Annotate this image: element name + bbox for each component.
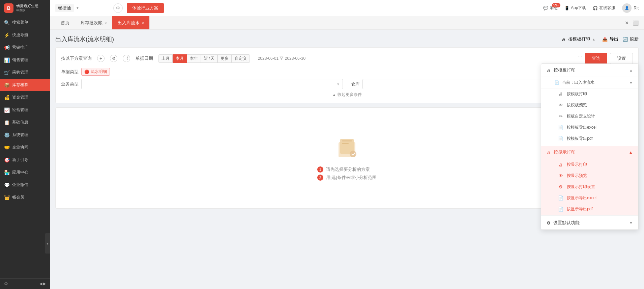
- dropdown-arrow-icon: ▲: [592, 37, 595, 41]
- tab-inventory-flow[interactable]: 出入库流水×: [112, 16, 149, 29]
- collapse-conditions-button[interactable]: ▲ 收起更多条件: [332, 92, 362, 98]
- sidebar-item-system[interactable]: ⚙️ 系统管理: [0, 129, 50, 141]
- current-chevron: ▼: [629, 81, 633, 85]
- sidebar-item-search-menu[interactable]: 🔍 搜索菜单: [0, 16, 50, 29]
- display-print-label: 按显示打印: [567, 162, 587, 167]
- filter-business-type: 业务类型 ▼: [61, 79, 343, 89]
- topbar-app-download-btn[interactable]: 📱 App下载: [564, 5, 586, 11]
- topbar-service-btn[interactable]: 🎧 在线客服: [593, 5, 615, 11]
- sidebar-item-beginner[interactable]: 🎯 新手引导: [0, 154, 50, 166]
- template-excel-label: 按模板导出excel: [567, 125, 596, 130]
- dropdown-item-display-pdf[interactable]: 📄 按显示导出pdf: [541, 204, 638, 215]
- sidebar-item-inventory[interactable]: 📦 库存核算: [0, 79, 50, 91]
- topbar-gear-icon[interactable]: ⚙: [113, 3, 123, 13]
- tab-inventory-batch[interactable]: 库存批次账×: [75, 16, 112, 29]
- export-label: 导出: [610, 36, 618, 42]
- sidebar-item-finance[interactable]: 💰 资金管理: [0, 91, 50, 104]
- dropdown-display-print-header[interactable]: 🖨 按显示打印 ▲: [541, 146, 638, 159]
- display-print-chevron: ▲: [628, 150, 633, 155]
- date-filter-btn-本月[interactable]: 本月: [173, 54, 187, 63]
- dropdown-item-template-pdf[interactable]: 📄 按模板导出pdf: [541, 133, 638, 144]
- dropdown-item-template-excel[interactable]: 📄 按模板导出excel: [541, 122, 638, 133]
- sidebar-icon-finance: 💰: [4, 95, 9, 100]
- sidebar-label-search-menu: 搜索菜单: [12, 20, 28, 25]
- topbar-dropdown-icon[interactable]: ▼: [76, 6, 79, 10]
- refresh-action[interactable]: 🔄 刷新: [622, 36, 639, 42]
- current-icon: 📄: [555, 80, 559, 85]
- industry-solution-button[interactable]: 体验行业方案: [127, 3, 164, 13]
- search-action-right: ··· 查询 设置: [578, 53, 633, 64]
- display-preview-label: 按显示预览: [567, 173, 587, 179]
- sidebar-label-appstore: 应用中心: [12, 169, 28, 175]
- add-condition-button[interactable]: +: [97, 55, 105, 62]
- empty-step-1: 1 请先选择要分析的方案: [317, 166, 377, 173]
- dropdown-item-display-excel[interactable]: 📄 按显示导出excel: [541, 192, 638, 204]
- sidebar-item-wechat[interactable]: 💬 企业微信: [0, 179, 50, 191]
- sidebar-item-operation[interactable]: 📈 经营管理: [0, 104, 50, 116]
- default-settings-label: 设置默认功能: [553, 220, 580, 226]
- sidebar-item-basic[interactable]: 📋 基础信息: [0, 116, 50, 129]
- dropdown-header[interactable]: 🖨 按模板打印 ▲: [541, 64, 638, 77]
- dropdown-default-settings-header[interactable]: ⚙ 设置默认功能 ▼: [541, 216, 638, 230]
- topbar-message-btn[interactable]: 💬 消息 99+: [543, 5, 558, 11]
- business-type-input[interactable]: ▼: [81, 79, 343, 89]
- sidebar-label-inventory: 库存核算: [12, 82, 28, 88]
- topbar-brand: 畅捷通 ▼: [55, 4, 109, 12]
- logo-text-line2: 标准版: [16, 8, 38, 12]
- tab-home[interactable]: 首页: [55, 16, 75, 29]
- sidebar-icon-operation: 📈: [4, 107, 9, 113]
- sidebar-icon-cooperation: 🤝: [4, 145, 9, 150]
- svg-point-4: [350, 151, 356, 157]
- date-filter-btn-上月[interactable]: 上月: [158, 54, 173, 63]
- search-collapse-button[interactable]: 《: [123, 55, 130, 62]
- sidebar-scroll-down[interactable]: ▼: [45, 233, 50, 254]
- sidebar-item-quick-nav[interactable]: ⚡ 快捷导航: [0, 29, 50, 41]
- date-filter-btn-更多[interactable]: 更多: [217, 54, 232, 63]
- user-avatar: 👤: [622, 3, 632, 13]
- query-button[interactable]: 查询: [585, 53, 607, 64]
- dropdown-item-template-preview[interactable]: 👁 按模板预览: [541, 100, 638, 111]
- date-filter-btn-本年[interactable]: 本年: [187, 54, 201, 63]
- app-download-label: App下载: [571, 5, 586, 11]
- sidebar-icon-search-menu: 🔍: [4, 20, 9, 25]
- sidebar-item-vip[interactable]: 👑 畅会员: [0, 191, 50, 204]
- dropdown-current-row[interactable]: 📄 当前：出入库流水 ▼: [541, 77, 638, 88]
- collapse-sidebar-icon[interactable]: ◀ ▶: [39, 282, 46, 286]
- filter-tag-value: 🔴 流水明细: [81, 68, 110, 76]
- template-preview-icon: 👁: [558, 103, 563, 108]
- action-dots[interactable]: ···: [578, 53, 582, 64]
- tab-close-inventory-flow[interactable]: ×: [142, 21, 144, 25]
- voucher-type-label: 单据类型: [61, 69, 79, 75]
- page-title: 出入库流水(流水明细): [55, 35, 114, 43]
- topbar-user[interactable]: 👤 Rit: [622, 3, 639, 13]
- tab-label-inventory-batch: 库存批次账: [81, 20, 103, 26]
- close-tab-button[interactable]: ✕: [624, 20, 630, 26]
- sidebar-label-purchase: 采购管理: [12, 70, 28, 75]
- sidebar-item-cooperation[interactable]: 🤝 企业协同: [0, 141, 50, 154]
- sidebar-item-purchase[interactable]: 🛒 采购管理: [0, 66, 50, 79]
- default-settings-chevron: ▼: [629, 221, 633, 225]
- sidebar-item-appstore[interactable]: 🏪 应用中心: [0, 166, 50, 179]
- template-excel-icon: 📄: [558, 125, 563, 130]
- date-filter-btn-近7天[interactable]: 近7天: [201, 54, 217, 63]
- search-settings-button[interactable]: ⚙: [110, 55, 117, 62]
- sidebar-item-marketing[interactable]: 📢 营销推广: [0, 41, 50, 54]
- template-print-action[interactable]: 🖨 按模板打印 ▲: [562, 36, 595, 42]
- dropdown-item-template-custom[interactable]: ✏ 模板自定义设计: [541, 111, 638, 122]
- export-action[interactable]: 📤 导出: [602, 36, 618, 42]
- dropdown-item-display-print-settings[interactable]: ⚙ 按显示打印设置: [541, 181, 638, 192]
- sidebar-icon-basic: 📋: [4, 120, 9, 125]
- date-filter-btn-自定义[interactable]: 自定义: [232, 54, 250, 63]
- settings-button[interactable]: 设置: [610, 53, 633, 64]
- svg-rect-2: [342, 140, 352, 141]
- sidebar-label-marketing: 营销推广: [12, 45, 28, 50]
- settings-icon[interactable]: ⚙: [4, 281, 8, 286]
- dropdown-item-display-preview[interactable]: 👁 按显示预览: [541, 170, 638, 181]
- maximize-button[interactable]: ⬜: [633, 20, 639, 26]
- tab-close-inventory-batch[interactable]: ×: [105, 21, 107, 25]
- sidebar-label-basic: 基础信息: [12, 120, 28, 125]
- dropdown-item-display-print[interactable]: 🖨 按显示打印: [541, 159, 638, 170]
- sidebar-item-sales[interactable]: 📊 销售管理: [0, 54, 50, 66]
- dropdown-item-template-print[interactable]: 🖨 按模板打印: [541, 88, 638, 100]
- export-icon: 📤: [602, 37, 608, 42]
